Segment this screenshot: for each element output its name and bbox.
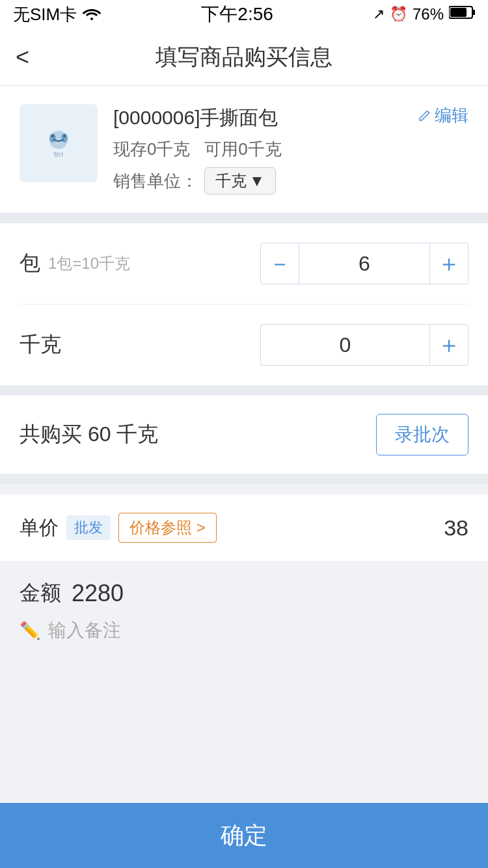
edit-button[interactable]: 编辑 [418, 104, 468, 127]
empty-space [0, 661, 488, 817]
price-label: 单价 [20, 515, 59, 541]
bao-minus-button[interactable]: － [260, 243, 299, 284]
bao-quantity-control: － ＋ [260, 243, 468, 284]
kg-quantity-control: ＋ [260, 324, 468, 366]
price-section: 单价 批发 价格参照 > 38 [0, 495, 488, 561]
svg-rect-1 [472, 10, 475, 15]
svg-point-7 [63, 135, 66, 137]
amount-label: 金额 [20, 579, 61, 608]
product-unit-row: 销售单位： 千克 ▼ [113, 167, 468, 195]
svg-point-6 [51, 135, 54, 137]
note-row[interactable]: ✏️ 输入备注 [20, 618, 468, 643]
kg-plus-button[interactable]: ＋ [429, 324, 468, 366]
bao-plus-button[interactable]: ＋ [429, 243, 468, 284]
battery-icon [449, 5, 475, 23]
amount-value: 2280 [72, 580, 124, 607]
amount-section: 金额 2280 ✏️ 输入备注 [0, 561, 488, 661]
edit-label: 编辑 [435, 104, 468, 127]
page-title: 填写商品购买信息 [156, 42, 332, 72]
product-info: [0000006]手撕面包 编辑 现存0千克 可用0千克 销售单位： 千克 ▼ [113, 104, 468, 195]
record-batch-button[interactable]: 录批次 [376, 414, 468, 455]
product-stock: 现存0千克 可用0千克 [113, 138, 468, 161]
status-indicators: ↗ ⏰ 76% [373, 5, 475, 23]
note-placeholder: 输入备注 [48, 618, 121, 643]
back-button[interactable]: < [16, 44, 29, 71]
kg-quantity-input[interactable] [260, 324, 429, 366]
bao-quantity-input[interactable] [299, 243, 429, 284]
price-type-badge: 批发 [66, 515, 111, 540]
price-ref-button[interactable]: 价格参照 > [118, 513, 217, 543]
input-section: 包 1包=10千克 － ＋ 千克 ＋ [0, 223, 488, 385]
bao-hint: 1包=10千克 [48, 253, 130, 274]
amount-row: 金额 2280 [20, 579, 468, 608]
separator-2 [0, 385, 488, 396]
separator-1 [0, 213, 488, 223]
kg-label: 千克 [20, 331, 61, 359]
separator-3 [0, 474, 488, 484]
chevron-down-icon: ▼ [249, 172, 265, 190]
product-image: 智计 [20, 104, 98, 182]
status-time: 下午2:56 [201, 2, 273, 27]
status-carrier: 无SIM卡 [13, 3, 102, 26]
svg-text:智计: 智计 [53, 152, 64, 157]
alarm-icon: ⏰ [390, 6, 407, 23]
carrier-text: 无SIM卡 [13, 3, 77, 26]
total-label: 共购买 60 千克 [20, 420, 158, 449]
bao-label: 包 1包=10千克 [20, 249, 130, 278]
price-value: 38 [444, 515, 468, 541]
product-name: [0000006]手撕面包 [113, 104, 278, 131]
price-left: 单价 批发 价格参照 > [20, 513, 217, 543]
nav-bar: < 填写商品购买信息 [0, 29, 488, 86]
location-icon: ↗ [373, 6, 385, 23]
svg-rect-2 [450, 8, 467, 17]
kg-input-row: 千克 ＋ [20, 305, 468, 385]
bao-input-row: 包 1包=10千克 － ＋ [20, 223, 468, 305]
status-bar: 无SIM卡 下午2:56 ↗ ⏰ 76% [0, 0, 488, 29]
battery-text: 76% [413, 5, 444, 23]
pencil-icon: ✏️ [20, 621, 40, 641]
product-card: 智计 [0000006]手撕面包 编辑 现存0千克 可用0千克 销售单位： 千克… [0, 86, 488, 213]
wifi-icon [82, 5, 102, 25]
total-section: 共购买 60 千克 录批次 [0, 396, 488, 474]
confirm-button[interactable]: 确定 [0, 803, 488, 868]
unit-selector[interactable]: 千克 ▼ [204, 167, 276, 195]
